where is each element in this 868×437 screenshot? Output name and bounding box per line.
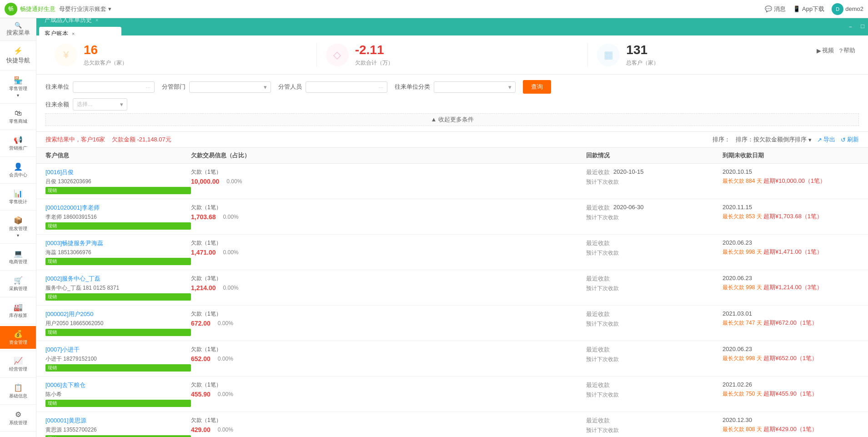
payment-row1-0: 最近收款2020-10-15 xyxy=(586,168,722,176)
user-menu[interactable]: D demo2 xyxy=(832,3,863,15)
table-row: [0016]吕俊吕俊 13026203696现销欠款（1笔）10,000.000… xyxy=(36,164,868,199)
message-button[interactable]: 💬 消息 xyxy=(765,5,786,13)
quick-nav[interactable]: ⚡ 快捷导航 xyxy=(0,43,36,68)
search-icon: 🔍 xyxy=(15,22,22,29)
customer-name-6[interactable]: [0006]去下粮仓 xyxy=(45,381,191,389)
last-payment-date-0: 2020-10-15 xyxy=(613,168,644,176)
last-payment-label-7: 最近收款 xyxy=(586,417,610,425)
sidebar-section-basic_info: 📋基础信息 xyxy=(0,378,36,405)
top-bar-right: 💬 消息 📱 App下载 D demo2 xyxy=(765,3,863,15)
tab-production[interactable]: 产成品入库单历史× xyxy=(39,18,121,27)
collapse-icon: ▲ xyxy=(431,116,437,123)
next-payment-5: 预计下次收款 xyxy=(586,356,722,363)
maximize-button[interactable]: □ xyxy=(859,23,866,31)
tab-close-customer_account[interactable]: × xyxy=(72,31,75,36)
customer-name-3[interactable]: [0002]服务中心_丁磊 xyxy=(45,275,191,283)
overdue-link-2[interactable]: 超期¥1,471.00（1笔） xyxy=(763,248,823,255)
overdue-link-1[interactable]: 超期¥1,703.68（1笔） xyxy=(763,213,823,220)
sidebar-item-finance[interactable]: 💰资金管理 xyxy=(0,326,36,349)
sidebar-item-icon-basic_info: 📋 xyxy=(14,383,23,392)
table-body: [0016]吕俊吕俊 13026203696现销欠款（1笔）10,000.000… xyxy=(36,164,868,437)
customer-name-2[interactable]: [0003]畅捷服务尹海蕊 xyxy=(45,239,191,247)
sidebar-item-retail_store[interactable]: 🛍零售商城 xyxy=(0,105,36,128)
customer-info-1: [0001020001]李老师李老师 18600391516现销 xyxy=(45,204,191,230)
sidebar-item-enterprise_collab[interactable]: 🤝企业协同 xyxy=(0,433,36,437)
store-selector[interactable]: 母婴行业演示账套 ▾ xyxy=(59,5,111,13)
manager-input[interactable]: ··· xyxy=(306,81,387,93)
balance-label: 往来余额 xyxy=(45,100,69,109)
app-download-button[interactable]: 📱 App下载 xyxy=(793,5,824,13)
sidebar-item-icon-finance: 💰 xyxy=(14,330,23,338)
payment-row1-2: 最近收款 xyxy=(586,239,722,247)
overdue-link-6[interactable]: 超期¥455.90（1笔） xyxy=(763,390,818,397)
debt-info-7: 欠款（1笔）429.000.00% xyxy=(191,417,586,433)
debt-info-5: 欠款（1笔）652.000.00% xyxy=(191,346,586,362)
overdue-link-3[interactable]: 超期¥1,214.00（3笔） xyxy=(763,284,823,291)
tab-close-production[interactable]: × xyxy=(95,18,98,23)
sidebar-item-label-retail_store: 零售商城 xyxy=(9,119,27,124)
last-payment-label-3: 最近收款 xyxy=(586,275,610,283)
next-payment-2: 预计下次收款 xyxy=(586,249,722,257)
results-header: 搜索结果中，客户16家 欠款金额 -21,148.07元 排序： 排序：按欠款金… xyxy=(36,132,868,148)
customer-name-1[interactable]: [0001020001]李老师 xyxy=(45,204,191,212)
sort-select[interactable]: 排序：按欠款金额倒序排序 ▾ xyxy=(736,136,812,144)
export-button[interactable]: ↗ 导出 xyxy=(817,136,835,144)
sidebar-item-retail_stats[interactable]: 📊零售统计 xyxy=(0,186,36,208)
last-payment-label-5: 最近收款 xyxy=(586,346,610,354)
video-button[interactable]: ▶ 视频 xyxy=(817,46,834,55)
sidebar-item-purchase[interactable]: 🛒采购管理 xyxy=(0,272,36,295)
customer-tag-2: 现销 xyxy=(45,258,191,265)
tab-close-incoming_stats[interactable]: × xyxy=(113,58,116,64)
customer-name-4[interactable]: [000002]用户2050 xyxy=(45,310,191,318)
sidebar-item-label-batch_mgmt: 批发管理 xyxy=(9,226,27,231)
overdue-link-0[interactable]: 超期¥10,000.00（1笔） xyxy=(763,177,826,184)
unit-category-select[interactable]: ▾ xyxy=(434,81,516,93)
sidebar-item-marketing[interactable]: 📢营销推广 xyxy=(0,132,36,155)
sidebar-item-ecommerce[interactable]: 💻电商管理 xyxy=(0,246,36,268)
customer-name-5[interactable]: [0007]小进干 xyxy=(45,346,191,354)
search-menu[interactable]: 🔍 搜索菜单 xyxy=(0,18,36,41)
department-select[interactable]: ▾ xyxy=(189,81,271,93)
collapse-bar[interactable]: ▲ 收起更多条件 xyxy=(45,113,859,126)
customer-name-0[interactable]: [0016]吕俊 xyxy=(45,168,191,176)
sidebar-item-label-system: 系统管理 xyxy=(9,420,27,426)
refresh-button[interactable]: ↺ 刷新 xyxy=(841,136,859,144)
sidebar-item-retail_mgmt[interactable]: 🏪零售管理▾ xyxy=(0,72,36,101)
due-date-1: 2020.11.15 xyxy=(722,204,859,211)
debt-label-6: 欠款（1笔） xyxy=(191,381,586,389)
balance-select[interactable]: 选择... ▾ xyxy=(73,98,127,111)
table-row: [0002]服务中心_丁磊服务中心_丁磊 181 0125 8371现销欠款（3… xyxy=(36,270,868,306)
minimize-button[interactable]: － xyxy=(846,23,855,31)
sidebar-item-member[interactable]: 👤会员中心 xyxy=(0,159,36,181)
debt-ratio-4: 0.00% xyxy=(218,320,233,326)
overdue-link-5[interactable]: 超期¥652.00（1笔） xyxy=(763,355,818,362)
incoming-unit-dots-icon: ··· xyxy=(146,84,151,90)
customer-name-7[interactable]: [000001]黄思源 xyxy=(45,417,191,425)
debt-ratio-7: 0.00% xyxy=(218,427,233,433)
stat-card-1: ◇ -2.11 欠款合计（万） xyxy=(317,43,588,67)
manager-label: 分管人员 xyxy=(278,83,302,91)
sidebar-item-label-basic_info: 基础信息 xyxy=(9,393,27,399)
help-button[interactable]: ? 帮助 xyxy=(839,46,855,55)
unit-category-label: 往来单位分类 xyxy=(395,83,430,91)
sidebar-item-inventory[interactable]: 🏭库存核算 xyxy=(0,299,36,322)
sidebar-item-operations[interactable]: 📈经营管理 xyxy=(0,353,36,376)
overdue-link-4[interactable]: 超期¥672.00（1笔） xyxy=(763,319,818,326)
sidebar-item-basic_info[interactable]: 📋基础信息 xyxy=(0,380,36,402)
video-icon: ▶ xyxy=(817,47,821,54)
logo-area[interactable]: 畅 畅捷通好生意 xyxy=(5,3,55,15)
sidebar-item-batch_mgmt[interactable]: 📦批发管理▾ xyxy=(0,212,36,241)
sidebar-item-system[interactable]: ⚙系统管理 xyxy=(0,407,36,429)
table-header: 客户信息 欠款交易信息（占比） 回款情况 到期未收款日期 xyxy=(36,148,868,164)
balance-arrow-icon: ▾ xyxy=(120,101,123,108)
due-info-5: 2020.06.23最长欠款 998 天 超期¥652.00（1笔） xyxy=(722,346,859,362)
sidebar-item-icon-marketing: 📢 xyxy=(14,136,23,144)
tab-close-purchase_order[interactable]: × xyxy=(90,45,92,50)
incoming-unit-input[interactable]: ··· xyxy=(73,81,155,93)
overdue-link-7[interactable]: 超期¥429.00（1笔） xyxy=(763,426,818,432)
manager-dots-icon: ··· xyxy=(378,84,383,90)
sidebar-section-retail_stats: 📊零售统计 xyxy=(0,184,36,211)
payment-row1-1: 最近收款2020-06-30 xyxy=(586,204,722,212)
payment-info-6: 最近收款预计下次收款 xyxy=(586,381,722,399)
search-button[interactable]: 查询 xyxy=(523,80,551,94)
